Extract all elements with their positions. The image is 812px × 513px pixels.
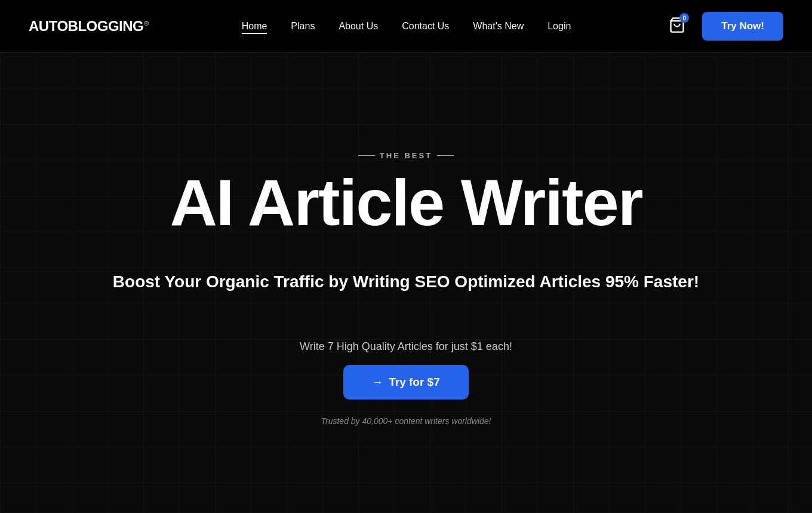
main-nav: Home Plans About Us Contact Us What's Ne… <box>242 21 571 32</box>
nav-home[interactable]: Home <box>242 21 267 32</box>
try-for-button[interactable]: → Try for $7 <box>343 365 469 400</box>
cart-button[interactable]: 0 <box>664 12 690 40</box>
header: AUTOBLOGGING® Home Plans About Us Contac… <box>0 0 812 53</box>
header-right: 0 Try Now! <box>664 12 783 41</box>
nav-whats-new[interactable]: What's New <box>473 21 524 32</box>
trusted-text: Trusted by 40,000+ content writers world… <box>321 416 491 426</box>
cart-badge: 0 <box>679 13 689 23</box>
hero-cta-text: Write 7 High Quality Articles for just $… <box>300 340 512 353</box>
nav-about[interactable]: About Us <box>339 21 378 32</box>
logo[interactable]: AUTOBLOGGING® <box>29 18 149 35</box>
nav-login[interactable]: Login <box>548 21 571 32</box>
the-best-label: THE BEST <box>380 151 432 160</box>
logo-reg: ® <box>144 20 149 27</box>
try-now-button[interactable]: Try Now! <box>702 12 783 41</box>
arrow-icon: → <box>372 376 383 389</box>
hero-cta-section: Write 7 High Quality Articles for just $… <box>300 340 512 426</box>
nav-contact[interactable]: Contact Us <box>402 21 449 32</box>
try-for-label: Try for $7 <box>389 376 440 389</box>
nav-plans[interactable]: Plans <box>291 21 315 32</box>
hero-subtitle: Boost Your Organic Traffic by Writing SE… <box>113 271 699 293</box>
hero-title: AI Article Writer <box>170 170 642 235</box>
logo-text: AUTOBLOGGING® <box>29 18 149 35</box>
hero-section: THE BEST AI Article Writer Boost Your Or… <box>0 53 812 512</box>
